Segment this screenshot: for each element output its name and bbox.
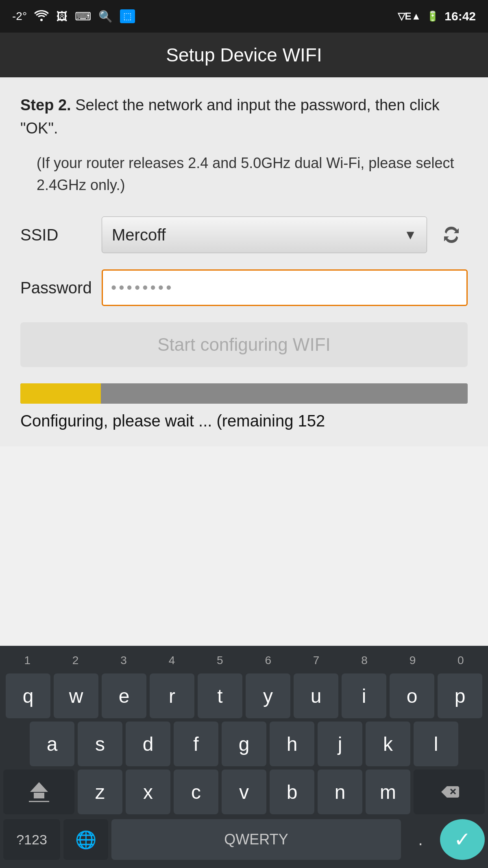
key-0[interactable]: 0 — [437, 651, 485, 670]
key-7[interactable]: 7 — [292, 651, 340, 670]
svg-point-0 — [40, 19, 43, 21]
key-h[interactable]: h — [270, 722, 314, 766]
title-bar: Setup Device WIFI — [0, 33, 488, 77]
key-4[interactable]: 4 — [148, 651, 196, 670]
shift-button[interactable] — [3, 770, 74, 814]
key-n[interactable]: n — [318, 770, 362, 814]
status-bar: -2° 🖼 ⌨ 🔍 ⬚ ▽E▲ 🔋 16:42 — [0, 0, 488, 33]
key-r[interactable]: r — [150, 673, 194, 718]
status-bar-left: -2° 🖼 ⌨ 🔍 ⬚ — [12, 9, 135, 24]
key-f[interactable]: f — [174, 722, 218, 766]
progress-text: Configuring, please wait ... (remaining … — [20, 412, 468, 430]
key-u[interactable]: u — [294, 673, 338, 718]
note-text: (If your router releases 2.4 and 5.0GHz … — [37, 152, 468, 196]
keyboard-bottom-row: ?123 🌐 QWERTY . ✓ — [0, 816, 488, 868]
password-label: Password — [20, 279, 102, 297]
step-desc-text: Select the network and input the passwor… — [20, 96, 440, 137]
battery-icon: 🔋 — [427, 11, 439, 22]
key-t[interactable]: t — [198, 673, 242, 718]
keyboard-row-3: z x c v b n m — [0, 768, 488, 816]
progress-bar — [20, 383, 468, 404]
time-display: 16:42 — [444, 9, 476, 23]
signal-icon: ▽E▲ — [398, 11, 421, 22]
photo-icon: 🖼 — [56, 10, 68, 23]
keyboard-icon: ⌨ — [75, 10, 91, 23]
globe-button[interactable]: 🌐 — [63, 819, 108, 860]
password-input[interactable]: •••••••• — [102, 269, 468, 306]
main-content: Step 2. Select the network and input the… — [0, 77, 488, 446]
key-b[interactable]: b — [270, 770, 314, 814]
ssid-dropdown[interactable]: Mercoff ▼ — [102, 216, 427, 253]
key-8[interactable]: 8 — [340, 651, 388, 670]
keyboard-row-1: q w e r t y u i o p — [0, 672, 488, 720]
ssid-row: SSID Mercoff ▼ — [20, 216, 468, 253]
status-bar-right: ▽E▲ 🔋 16:42 — [398, 9, 476, 23]
key-9[interactable]: 9 — [388, 651, 436, 670]
start-configuring-button[interactable]: Start configuring WIFI — [20, 322, 468, 367]
step-description: Step 2. Select the network and input the… — [20, 94, 468, 140]
key-2[interactable]: 2 — [51, 651, 99, 670]
checkmark-icon: ✓ — [454, 828, 471, 851]
key-d[interactable]: d — [126, 722, 170, 766]
keyboard: 1 2 3 4 5 6 7 8 9 0 q w e r t y u i o p … — [0, 646, 488, 868]
ssid-value: Mercoff — [112, 226, 166, 244]
delete-button[interactable] — [414, 770, 485, 814]
key-j[interactable]: j — [318, 722, 362, 766]
dropdown-arrow-icon: ▼ — [404, 227, 417, 243]
ssid-label: SSID — [20, 226, 102, 244]
key-p[interactable]: p — [438, 673, 482, 718]
password-row: Password •••••••• — [20, 269, 468, 306]
password-value: •••••••• — [111, 279, 174, 297]
key-1[interactable]: 1 — [3, 651, 51, 670]
refresh-button[interactable] — [435, 219, 468, 251]
period-key[interactable]: . — [404, 819, 437, 860]
key-y[interactable]: y — [246, 673, 290, 718]
done-button[interactable]: ✓ — [440, 819, 485, 860]
key-l[interactable]: l — [414, 722, 458, 766]
key-g[interactable]: g — [222, 722, 266, 766]
number-row: 1 2 3 4 5 6 7 8 9 0 — [0, 646, 488, 672]
key-v[interactable]: v — [222, 770, 266, 814]
key-e[interactable]: e — [102, 673, 146, 718]
search-icon: 🔍 — [98, 10, 113, 23]
key-z[interactable]: z — [78, 770, 122, 814]
space-button[interactable]: QWERTY — [111, 819, 401, 860]
shift-icon — [29, 782, 49, 802]
key-o[interactable]: o — [390, 673, 434, 718]
key-s[interactable]: s — [78, 722, 122, 766]
key-k[interactable]: k — [366, 722, 410, 766]
keyboard-row-2: a s d f g h j k l — [0, 720, 488, 768]
key-w[interactable]: w — [54, 673, 98, 718]
key-i[interactable]: i — [342, 673, 386, 718]
key-m[interactable]: m — [366, 770, 410, 814]
key-123-button[interactable]: ?123 — [3, 819, 60, 860]
cast-icon: ⬚ — [120, 9, 135, 23]
key-q[interactable]: q — [6, 673, 50, 718]
step-number: Step 2. — [20, 96, 71, 114]
temperature-display: -2° — [12, 10, 27, 23]
key-5[interactable]: 5 — [196, 651, 244, 670]
progress-bar-fill — [20, 383, 101, 404]
wifi-icon — [34, 9, 49, 24]
page-title: Setup Device WIFI — [166, 44, 322, 66]
key-x[interactable]: x — [126, 770, 170, 814]
key-a[interactable]: a — [30, 722, 74, 766]
key-3[interactable]: 3 — [100, 651, 148, 670]
key-6[interactable]: 6 — [244, 651, 292, 670]
key-c[interactable]: c — [174, 770, 218, 814]
